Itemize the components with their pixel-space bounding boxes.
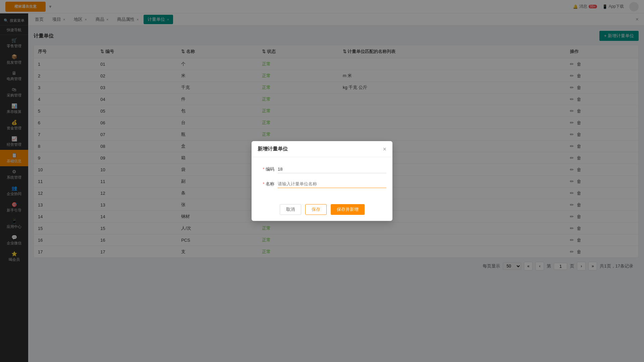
form-row-name: 名称 <box>258 180 386 188</box>
form-row-code: 编码 <box>258 165 386 173</box>
modal-overlay[interactable]: 新增计量单位 × 编码 名称 取消 保存 保存并新增 <box>0 0 644 362</box>
modal-header: 新增计量单位 × <box>252 141 392 157</box>
cancel-button[interactable]: 取消 <box>280 204 301 215</box>
save-button[interactable]: 保存 <box>305 204 327 215</box>
modal-body: 编码 名称 <box>252 157 392 200</box>
add-unit-modal: 新增计量单位 × 编码 名称 取消 保存 保存并新增 <box>252 141 392 221</box>
form-label-name: 名称 <box>258 181 278 187</box>
code-input[interactable] <box>278 165 386 173</box>
save-and-new-button[interactable]: 保存并新增 <box>331 204 365 215</box>
name-input[interactable] <box>278 180 386 188</box>
modal-title: 新增计量单位 <box>258 146 288 152</box>
modal-close-icon[interactable]: × <box>383 146 386 152</box>
modal-footer: 取消 保存 保存并新增 <box>252 200 392 221</box>
form-label-code: 编码 <box>258 166 278 172</box>
